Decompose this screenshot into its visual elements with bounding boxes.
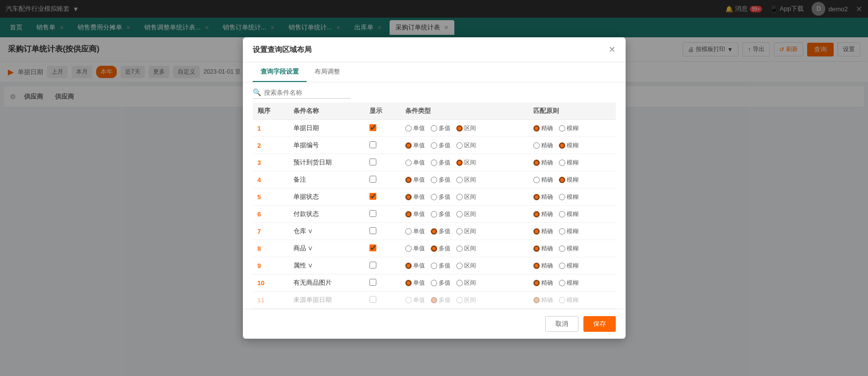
col-name: 条件名称 [289, 103, 365, 111]
search-input-wrap: 🔍 [253, 88, 351, 99]
search-icon: 🔍 [253, 88, 261, 96]
col-display: 显示 [365, 103, 400, 111]
modal-close-btn[interactable]: ✕ [608, 44, 616, 55]
modal-table: 顺序 条件名称 显示 条件类型 匹配原则 1单据日期单值多值区间精确模糊2单据编… [253, 103, 616, 111]
modal-tab-fields[interactable]: 查询字段设置 [253, 62, 307, 82]
search-input[interactable] [264, 89, 342, 96]
col-match: 匹配原则 [528, 103, 616, 111]
col-order: 顺序 [253, 103, 289, 111]
settings-modal: 设置查询区域布局 ✕ 查询字段设置 布局调整 🔍 顺序 条件名称 显示 [243, 37, 626, 111]
modal-tabs: 查询字段设置 布局调整 [243, 62, 626, 82]
modal-overlay[interactable]: 设置查询区域布局 ✕ 查询字段设置 布局调整 🔍 顺序 条件名称 显示 [0, 0, 868, 111]
modal-tab-layout[interactable]: 布局调整 [307, 62, 348, 82]
table-header-row: 顺序 条件名称 显示 条件类型 匹配原则 [253, 103, 616, 111]
modal-header: 设置查询区域布局 ✕ [243, 37, 626, 62]
modal-table-wrap: 顺序 条件名称 显示 条件类型 匹配原则 1单据日期单值多值区间精确模糊2单据编… [243, 103, 626, 111]
col-type: 条件类型 [400, 103, 528, 111]
modal-search-bar: 🔍 [243, 82, 626, 103]
modal-title: 设置查询区域布局 [253, 45, 312, 54]
